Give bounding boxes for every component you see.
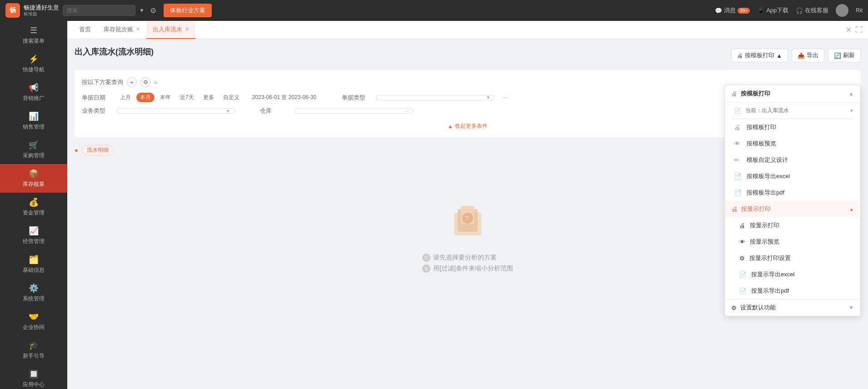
quick-nav-icon: ⚡ (29, 54, 39, 64)
sidebar-item-collab[interactable]: 🤝 企业协同 (0, 307, 67, 336)
dp-template-custom[interactable]: ✏ 模板自定义设计 (725, 152, 860, 168)
dp-footer-label: 设置默认功能 (740, 304, 776, 312)
tab-flow[interactable]: 出入库流水 ✕ (146, 21, 195, 39)
dp-display-settings-label: 按显示打印设置 (749, 254, 791, 262)
tab-bar: 首页 库存批次账 ✕ 出入库流水 ✕ ✕ ⛶ (67, 21, 868, 39)
sidebar-item-inventory[interactable]: 📦 库存核算 (0, 164, 67, 193)
tab-home[interactable]: 首页 (73, 21, 97, 39)
dp-template-preview-label: 按模板预览 (747, 140, 776, 148)
tab-batch-close[interactable]: ✕ (136, 26, 140, 32)
sidebar-item-label: 企业协同 (23, 324, 45, 331)
dp-header-arrow[interactable]: ▲ (848, 90, 854, 97)
page-content: 出入库流水(流水明细) 🖨 按模板打印 ▲ 📤 导出 🔄 刷新 (67, 39, 868, 389)
filter-tag-item[interactable]: 流水明细 (82, 145, 114, 155)
dp-header: 🖨 按模板打印 ▲ (725, 85, 860, 103)
filter-add-btn[interactable]: + (127, 77, 137, 87)
tab-close-all-icon[interactable]: ✕ (846, 25, 852, 34)
print-btn[interactable]: 🖨 按模板打印 ▲ (731, 49, 788, 62)
business-label: 业务类型 (82, 107, 109, 115)
sidebar-item-label: 新手引导 (23, 352, 45, 360)
dp-template-print[interactable]: 🖨 按模板打印 (725, 119, 860, 135)
dp-display-print-settings[interactable]: ⚙ 按显示打印设置 (725, 250, 860, 266)
tab-flow-close[interactable]: ✕ (185, 26, 189, 32)
message-label: 消息 (724, 6, 736, 15)
search-chevron-icon[interactable]: ▼ (139, 7, 145, 14)
tab-batch-label: 库存批次账 (104, 25, 133, 34)
marketing-icon: 📢 (29, 83, 39, 93)
sidebar-item-purchase[interactable]: 🛒 采购管理 (0, 135, 67, 164)
refresh-btn[interactable]: 🔄 刷新 (828, 49, 861, 62)
dp-template-preview-icon: 👁 (734, 140, 742, 147)
date-tab-more[interactable]: 更多 (200, 93, 218, 102)
online-service-btn[interactable]: 🎧 在线客服 (796, 6, 828, 15)
filter-collapse-icon[interactable]: « (154, 79, 158, 86)
app-brand: 畅捷通好生意 标准版 (24, 4, 59, 17)
dp-display-export-pdf[interactable]: 📄 按显示导出pdf (725, 283, 860, 299)
sidebar-item-operations[interactable]: 📈 经营管理 (0, 221, 67, 250)
type-select[interactable]: ▼ (376, 95, 494, 100)
dp-display-section-icon: 🖨 (731, 205, 738, 213)
dp-template-pdf-icon: 📄 (734, 189, 742, 196)
dp-display-section[interactable]: 🖨 按显示打印 ▲ (725, 201, 860, 217)
warehouse-select[interactable]: ··· (294, 108, 413, 114)
dp-template-export-pdf[interactable]: 📄 按模板导出pdf (725, 185, 860, 201)
sidebar-item-label: 快捷导航 (23, 66, 45, 74)
sidebar-item-apps[interactable]: 🔲 应用中心 (0, 364, 67, 389)
type-select-arrow: ▼ (486, 95, 490, 100)
refresh-icon: 🔄 (834, 52, 841, 59)
sidebar-item-search-menu[interactable]: ☰ 搜索菜单 (0, 21, 67, 50)
sidebar-item-system[interactable]: ⚙️ 系统管理 (0, 279, 67, 307)
dp-footer[interactable]: ⚙ 设置默认功能 ▼ (725, 299, 860, 316)
message-icon: 💬 (715, 7, 722, 14)
hint-text-1: 请先选择要分析的方案 (433, 254, 497, 262)
dp-template-pdf-label: 按模板导出pdf (747, 189, 784, 197)
date-tab-custom[interactable]: 自定义 (219, 93, 243, 102)
dp-display-preview[interactable]: 👁 按显示预览 (725, 234, 860, 250)
export-btn[interactable]: 📤 导出 (792, 49, 824, 62)
dp-template-print-label: 按模板打印 (747, 123, 776, 131)
operations-icon: 📈 (29, 226, 39, 236)
sidebar-item-basic[interactable]: 🗂️ 基础信息 (0, 250, 67, 279)
sidebar-item-finance[interactable]: 💰 资金管理 (0, 193, 67, 221)
message-btn[interactable]: 💬 消息 99+ (715, 6, 750, 15)
guide-icon: 🎓 (29, 340, 39, 350)
app-download-btn[interactable]: 📱 App下载 (757, 6, 788, 15)
dp-template-export-excel[interactable]: 📄 按模板导出excel (725, 168, 860, 185)
dp-template-custom-label: 模板自定义设计 (747, 156, 788, 164)
date-tab-7days[interactable]: 近7天 (176, 93, 198, 102)
filter-settings-btn[interactable]: ⚙ (140, 77, 150, 87)
sidebar: ☰ 搜索菜单 ⚡ 快捷导航 📢 营销推广 📊 销售管理 🛒 采购管理 📦 库存核… (0, 21, 67, 389)
sidebar-item-label: 基础信息 (23, 266, 45, 274)
dp-display-print[interactable]: 🖨 按显示打印 (725, 217, 860, 234)
collapse-btn[interactable]: ▲ 收起更多条件 (448, 122, 488, 130)
type-more-icon[interactable]: ··· (502, 94, 508, 102)
dp-current-label: 当前：出入库流水 (745, 107, 789, 115)
dp-template-excel-label: 按模板导出excel (747, 172, 790, 180)
apps-icon: 🔲 (29, 369, 39, 379)
username-label: Rit (856, 7, 863, 14)
date-tab-this-month[interactable]: 本月 (136, 93, 155, 102)
dp-current-item[interactable]: 📄 当前：出入库流水 ▼ (725, 103, 860, 119)
top-search-input[interactable] (63, 5, 135, 16)
business-select[interactable]: ▼ (116, 108, 234, 114)
hint-item-1: ① 请先选择要分析的方案 (422, 254, 513, 262)
tab-expand-icon[interactable]: ⛶ (855, 26, 863, 34)
dp-template-print-icon: 🖨 (734, 124, 742, 131)
date-tab-this-year[interactable]: 本年 (156, 93, 175, 102)
download-icon: 📱 (757, 7, 764, 14)
dp-display-export-excel[interactable]: 📄 按显示导出excel (725, 266, 860, 283)
industry-btn[interactable]: 体验行业方案 (164, 4, 212, 17)
dp-display-print-icon: 🖨 (739, 222, 745, 229)
settings-icon[interactable]: ⚙ (150, 6, 156, 15)
avatar[interactable] (836, 4, 848, 17)
sidebar-item-sales[interactable]: 📊 销售管理 (0, 107, 67, 135)
sidebar-item-quick-nav[interactable]: ⚡ 快捷导航 (0, 50, 67, 78)
sidebar-item-marketing[interactable]: 📢 营销推广 (0, 78, 67, 107)
tab-batch-account[interactable]: 库存批次账 ✕ (97, 21, 146, 39)
dp-template-preview[interactable]: 👁 按模板预览 (725, 135, 860, 152)
empty-illustration: ? (445, 199, 490, 244)
date-tab-last-month[interactable]: 上月 (116, 93, 135, 102)
sidebar-item-guide[interactable]: 🎓 新手引导 (0, 336, 67, 364)
sidebar-item-label: 库存核算 (23, 180, 45, 188)
chevron-up-icon: ▲ (448, 123, 453, 130)
